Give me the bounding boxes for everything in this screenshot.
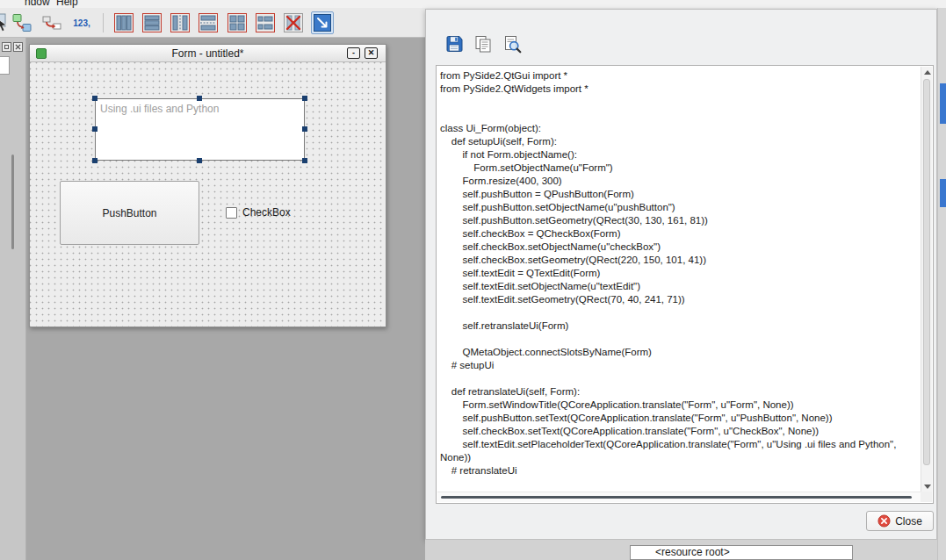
selection-handle-bottom-right[interactable] — [302, 158, 307, 163]
find-icon — [502, 34, 522, 54]
minimize-button[interactable]: - — [347, 47, 360, 59]
find-button[interactable] — [501, 32, 524, 55]
background-selection-mark — [940, 179, 946, 207]
menu-window[interactable]: ndow — [25, 0, 50, 8]
lay-out-horizontally-button[interactable] — [112, 11, 135, 34]
background-selection-mark — [940, 83, 946, 124]
selection-handle-mid-right[interactable] — [302, 126, 307, 132]
dock-float-icon — [4, 45, 9, 49]
edit-tab-order-icon: 123, — [73, 18, 90, 28]
pushbutton-label: PushButton — [102, 207, 156, 219]
selection-handle-mid-left[interactable] — [92, 126, 97, 132]
selection-handle-top-right[interactable] — [302, 96, 307, 101]
edit-signals-slots-icon — [11, 12, 32, 33]
scrollbar-corner — [921, 492, 932, 502]
vertical-scrollbar-thumb[interactable] — [923, 79, 930, 465]
edit-tab-order-button[interactable]: 123, — [70, 11, 93, 34]
background-window-edge — [937, 8, 946, 560]
checkbox-widget[interactable]: CheckBox — [226, 206, 291, 219]
close-dialog-label: Close — [895, 515, 922, 528]
form-window-title: Form - untitled* — [30, 47, 386, 60]
code-preview-dialog: from PySide2.QtGui import * from PySide2… — [425, 9, 937, 540]
designer-form-window: Form - untitled* - ✕ Using .ui files and… — [29, 44, 386, 327]
generated-code[interactable]: from PySide2.QtGui import * from PySide2… — [437, 66, 921, 492]
copy-icon — [473, 34, 493, 54]
edit-buddies-icon — [41, 12, 62, 33]
lay-out-vertically-button[interactable] — [141, 11, 163, 34]
adjust-size-icon — [312, 12, 333, 33]
selection-handle-top-left[interactable] — [92, 96, 97, 101]
save-icon — [444, 34, 464, 54]
close-icon — [877, 514, 891, 528]
resource-tree: <resource root> — [630, 545, 853, 560]
dock-close-button[interactable] — [13, 42, 23, 52]
lay-out-horizontally-icon — [113, 12, 134, 33]
vertical-scrollbar[interactable] — [921, 67, 932, 492]
widget-filter-input[interactable] — [0, 56, 10, 75]
checkbox-box-icon[interactable] — [226, 207, 237, 219]
scroll-up-arrow-icon[interactable] — [921, 67, 933, 77]
lay-out-vertically-icon — [141, 12, 162, 33]
qt-designer-screen: ndow Help 123, — [0, 0, 946, 560]
toolbar-separator — [103, 13, 104, 32]
copy-button[interactable] — [472, 32, 495, 55]
widget-box-dock-fragment — [0, 38, 26, 560]
form-canvas[interactable]: Using .ui files and Python PushButton Ch… — [30, 62, 386, 327]
textedit-placeholder: Using .ui files and Python — [96, 99, 304, 118]
break-layout-icon — [283, 12, 304, 33]
lay-out-vertically-in-splitter-button[interactable] — [197, 11, 220, 34]
selection-handle-bottom-left[interactable] — [92, 158, 97, 163]
edit-buddies-button[interactable] — [40, 11, 63, 34]
pushbutton-widget[interactable]: PushButton — [60, 181, 199, 245]
horizontal-scrollbar[interactable] — [437, 492, 921, 502]
dock-scrollbar-thumb[interactable] — [11, 154, 14, 249]
lay-out-in-form-layout-icon — [255, 12, 276, 33]
lay-out-in-grid-icon — [227, 12, 248, 33]
checkbox-label: CheckBox — [242, 206, 291, 219]
lay-out-horizontally-in-splitter-icon — [170, 12, 191, 33]
lay-out-horizontally-in-splitter-button[interactable] — [169, 11, 191, 34]
horizontal-scrollbar-thumb[interactable] — [441, 496, 912, 499]
selection-handle-top-mid[interactable] — [197, 96, 202, 101]
adjust-size-button[interactable] — [311, 11, 334, 34]
lay-out-vertically-in-splitter-icon — [198, 12, 219, 33]
selection-handle-bottom-mid[interactable] — [197, 158, 202, 163]
form-window-titlebar[interactable]: Form - untitled* - ✕ — [30, 45, 386, 62]
window-close-button[interactable]: ✕ — [365, 47, 378, 59]
dock-float-button[interactable] — [2, 42, 11, 52]
menu-bar: ndow Help — [0, 0, 946, 8]
save-button[interactable] — [443, 32, 466, 55]
code-view: from PySide2.QtGui import * from PySide2… — [436, 65, 934, 504]
edit-widgets-icon — [0, 12, 11, 33]
textedit-widget[interactable]: Using .ui files and Python — [95, 98, 305, 161]
edit-signals-slots-button[interactable] — [11, 11, 33, 34]
resource-root-item[interactable]: <resource root> — [631, 546, 852, 559]
window-close-icon: ✕ — [368, 49, 375, 57]
break-layout-button[interactable] — [282, 11, 305, 34]
lay-out-in-grid-button[interactable] — [226, 11, 249, 34]
scroll-down-arrow-icon[interactable] — [921, 481, 933, 492]
minimize-icon: - — [352, 49, 355, 57]
menu-help[interactable]: Help — [56, 0, 78, 8]
close-dialog-button[interactable]: Close — [866, 511, 934, 531]
lay-out-in-form-layout-button[interactable] — [254, 11, 277, 34]
dock-close-icon — [15, 44, 21, 50]
